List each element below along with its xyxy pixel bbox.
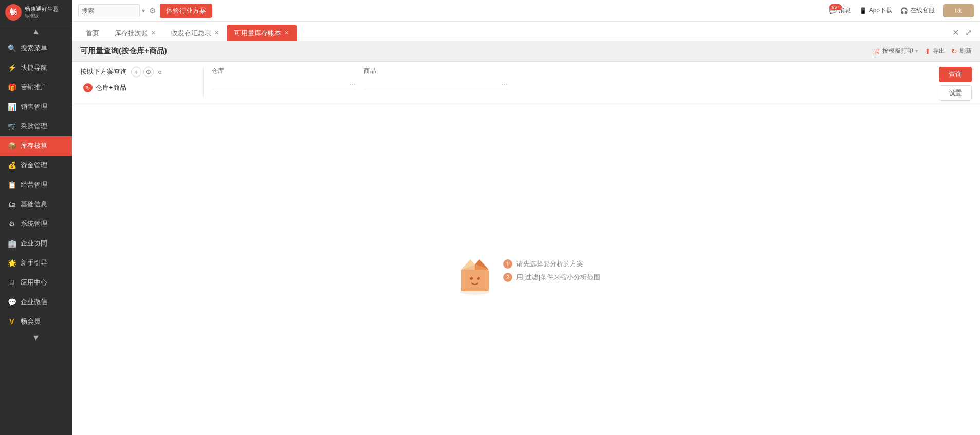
mobile-icon: 📱 — [859, 7, 867, 14]
goods-filter-field: 商品 ··· — [364, 67, 508, 90]
print-dropdown-icon[interactable]: ▾ — [915, 48, 918, 54]
export-label: 导出 — [933, 47, 945, 55]
tab-batch[interactable]: 库存批次账 ✕ — [107, 25, 163, 41]
settings-button[interactable]: 设置 — [939, 85, 972, 101]
svg-point-6 — [470, 277, 473, 280]
filter-scheme-item[interactable]: ↻ 仓库+商品 — [80, 81, 197, 94]
filter-left-actions: + ⚙ « — [131, 67, 164, 77]
empty-hints: 1 请先选择要分析的方案 2 用[过滤]条件来缩小分析范围 — [503, 259, 600, 282]
sidebar-item-label: 系统管理 — [21, 219, 47, 229]
sidebar-item-label: 经营管理 — [21, 180, 47, 190]
sidebar-item-operation[interactable]: 📋 经营管理 — [0, 175, 72, 195]
basic-icon: 🗂 — [7, 200, 16, 209]
empty-svg — [452, 250, 498, 296]
sidebar-item-shortcut[interactable]: ⚡ 快捷导航 — [0, 58, 72, 78]
goods-label: 商品 — [364, 67, 508, 75]
sidebar-item-search[interactable]: 🔍 搜索菜单 — [0, 39, 72, 58]
warehouse-input[interactable] — [212, 80, 347, 88]
sidebar-item-guide[interactable]: 🌟 新手引导 — [0, 253, 72, 273]
warehouse-label: 仓库 — [212, 67, 356, 75]
refresh-label: 刷新 — [959, 47, 972, 55]
operation-icon: 📋 — [7, 180, 16, 190]
sidebar-item-appcenter[interactable]: 🖥 应用中心 — [0, 273, 72, 292]
tabs-bar: 首页 库存批次账 ✕ 收发存汇总表 ✕ 可用量库存账本 ✕ ✕ ⤢ — [72, 22, 980, 41]
sidebar-item-wechat[interactable]: 💬 企业微信 — [0, 292, 72, 312]
enterprise-icon: 🏢 — [7, 239, 16, 248]
sidebar-item-label: 基础信息 — [21, 200, 47, 209]
warehouse-filter-field: 仓库 ··· — [212, 67, 356, 90]
sidebar-item-label: 采购管理 — [21, 122, 47, 131]
guide-icon: 🌟 — [7, 258, 16, 268]
tab-available[interactable]: 可用量库存账本 ✕ — [227, 25, 297, 41]
hint-num-2: 2 — [503, 273, 512, 282]
finance-icon: 💰 — [7, 161, 16, 170]
sidebar-scroll-down-btn[interactable]: ▼ — [0, 331, 72, 345]
print-action[interactable]: 🖨 按模板打印 ▾ — [873, 47, 918, 55]
topbar-right: 💬 99+ 消息 📱 App下载 🎧 在线客服 Rit — [829, 4, 974, 17]
online-service-item[interactable]: 🎧 在线客服 — [900, 6, 935, 15]
purchase-icon: 🛒 — [7, 122, 16, 131]
brand-name: 畅康通好生意 — [25, 5, 59, 12]
filter-left-header: 按以下方案查询 + ⚙ « — [80, 67, 197, 77]
sidebar-item-label: 企业协同 — [21, 239, 47, 248]
add-scheme-btn[interactable]: + — [131, 67, 141, 77]
tab-home[interactable]: 首页 — [78, 25, 107, 41]
tab-label: 库存批次账 — [115, 29, 148, 38]
sidebar-item-label: 销售管理 — [21, 102, 47, 111]
settings-scheme-btn[interactable]: ⚙ — [143, 67, 154, 77]
app-download-label: App下载 — [869, 6, 892, 15]
gear-icon[interactable]: ⚙ — [149, 6, 156, 15]
sidebar-item-marketing[interactable]: 🎁 营销推广 — [0, 78, 72, 97]
shortcut-icon: ⚡ — [7, 63, 16, 72]
sidebar-item-finance[interactable]: 💰 资金管理 — [0, 156, 72, 175]
sidebar-item-system[interactable]: ⚙ 系统管理 — [0, 214, 72, 234]
sidebar-item-enterprise[interactable]: 🏢 企业协同 — [0, 234, 72, 253]
filter-action-buttons: 查询 设置 — [933, 67, 972, 101]
brand-area: 畅 畅康通好生意 标准版 — [0, 0, 72, 25]
industry-btn[interactable]: 体验行业方案 — [160, 4, 212, 18]
export-action[interactable]: ⬆ 导出 — [924, 47, 945, 55]
search-input[interactable] — [78, 4, 140, 17]
search-dropdown-icon[interactable]: ▾ — [142, 7, 145, 14]
sidebar-item-member[interactable]: V 畅会员 — [0, 312, 72, 331]
empty-illustration — [452, 250, 493, 291]
sidebar-item-label: 应用中心 — [21, 278, 47, 287]
sidebar-item-basic[interactable]: 🗂 基础信息 — [0, 195, 72, 214]
tab-expand-btn[interactable]: ⤢ — [963, 27, 974, 39]
svg-point-9 — [477, 277, 478, 278]
sidebar-item-inventory[interactable]: 📦 库存核算 — [0, 136, 72, 156]
refresh-action[interactable]: ↻ 刷新 — [951, 47, 972, 55]
filter-left-panel: 按以下方案查询 + ⚙ « ↻ 仓库+商品 — [80, 67, 204, 98]
tab-close-icon[interactable]: ✕ — [284, 30, 289, 36]
tab-close-icon[interactable]: ✕ — [214, 30, 219, 36]
query-button[interactable]: 查询 — [939, 67, 972, 82]
goods-input[interactable] — [364, 80, 500, 88]
filter-section-title: 按以下方案查询 — [80, 67, 127, 77]
empty-hint-2: 2 用[过滤]条件来缩小分析范围 — [503, 273, 600, 282]
tab-close-icon[interactable]: ✕ — [151, 30, 156, 36]
export-icon: ⬆ — [924, 47, 931, 55]
sidebar-item-purchase[interactable]: 🛒 采购管理 — [0, 117, 72, 136]
print-label: 按模板打印 — [882, 47, 913, 55]
warehouse-more-icon[interactable]: ··· — [349, 80, 356, 88]
filter-right-panel: 仓库 ··· 商品 ··· 查询 设置 — [204, 67, 972, 101]
user-avatar[interactable]: Rit — [943, 4, 974, 17]
sidebar-item-label: 企业微信 — [21, 297, 47, 307]
collapse-icon[interactable]: « — [156, 67, 164, 77]
message-badge: 99+ — [829, 4, 841, 11]
sidebar-item-label: 搜索菜单 — [21, 44, 47, 53]
online-service-label: 在线客服 — [910, 6, 935, 15]
scheme-name: 仓库+商品 — [96, 83, 126, 92]
sidebar-item-sales[interactable]: 📊 销售管理 — [0, 97, 72, 117]
headset-icon: 🎧 — [900, 7, 908, 14]
app-download-item[interactable]: 📱 App下载 — [859, 6, 892, 15]
tab-collect[interactable]: 收发存汇总表 ✕ — [163, 25, 227, 41]
goods-more-icon[interactable]: ··· — [502, 80, 508, 88]
svg-point-8 — [470, 277, 471, 278]
tab-close-btn[interactable]: ✕ — [950, 27, 961, 39]
hint-text-1: 请先选择要分析的方案 — [516, 259, 583, 269]
sales-icon: 📊 — [7, 102, 16, 111]
appcenter-icon: 🖥 — [7, 278, 16, 287]
sidebar-scroll-up-btn[interactable]: ▲ — [0, 25, 72, 39]
message-item[interactable]: 💬 99+ 消息 — [829, 6, 851, 15]
